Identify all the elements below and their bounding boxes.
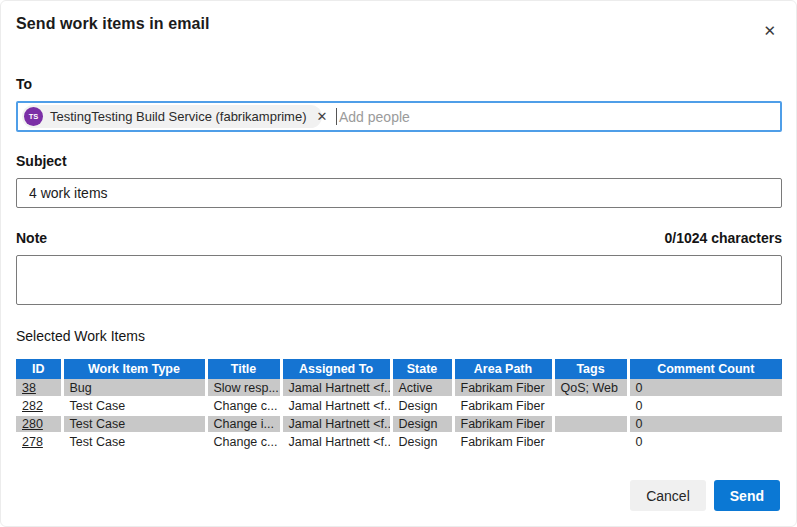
work-item-id-link[interactable]: 38	[22, 381, 36, 395]
cancel-button[interactable]: Cancel	[630, 480, 706, 511]
cell-work-item-type: Test Case	[62, 433, 206, 451]
cell-work-item-type: Test Case	[62, 397, 206, 415]
work-items-table: ID Work Item Type Title Assigned To Stat…	[16, 359, 782, 452]
subject-label: Subject	[16, 153, 780, 169]
cell-title: Change c...	[206, 397, 281, 415]
cell-tags	[553, 397, 628, 415]
add-people-placeholder: Add people	[339, 109, 410, 125]
cell-tags: QoS; Web	[553, 379, 628, 397]
cell-tags	[553, 415, 628, 433]
column-header-title: Title	[206, 359, 281, 379]
cell-comment-count: 0	[628, 379, 782, 397]
cell-area-path: Fabrikam Fiber	[453, 379, 553, 397]
column-header-tags: Tags	[553, 359, 628, 379]
column-header-work-item-type: Work Item Type	[62, 359, 206, 379]
recipient-chip[interactable]: TS TestingTesting Build Service (fabrika…	[22, 105, 322, 128]
table-row: 280 Test Case Change i... Jamal Hartnett…	[16, 415, 782, 433]
cell-comment-count: 0	[628, 433, 782, 451]
send-work-items-dialog: Send work items in email ✕ To TS Testing…	[0, 0, 797, 527]
note-textarea[interactable]	[16, 255, 782, 305]
cell-comment-count: 0	[628, 397, 782, 415]
remove-recipient-icon[interactable]: ✕	[316, 110, 327, 123]
cell-assigned-to: Jamal Hartnett <f...	[281, 397, 391, 415]
text-caret	[336, 108, 337, 125]
table-row: 282 Test Case Change c... Jamal Hartnett…	[16, 397, 782, 415]
work-item-id-link[interactable]: 282	[22, 399, 43, 413]
cell-assigned-to: Jamal Hartnett <f...	[281, 379, 391, 397]
column-header-assigned-to: Assigned To	[281, 359, 391, 379]
cell-area-path: Fabrikam Fiber	[453, 415, 553, 433]
dialog-header: Send work items in email ✕	[16, 15, 780, 42]
to-input[interactable]: TS TestingTesting Build Service (fabrika…	[16, 101, 782, 132]
cell-work-item-type: Bug	[62, 379, 206, 397]
avatar: TS	[24, 107, 43, 126]
column-header-area-path: Area Path	[453, 359, 553, 379]
cell-title: Slow resp...	[206, 379, 281, 397]
subject-input[interactable]	[16, 178, 782, 208]
cell-area-path: Fabrikam Fiber	[453, 433, 553, 451]
recipient-name: TestingTesting Build Service (fabrikampr…	[50, 109, 306, 124]
send-button[interactable]: Send	[714, 480, 780, 511]
column-header-state: State	[391, 359, 453, 379]
cell-state: Design	[391, 397, 453, 415]
column-header-id: ID	[16, 359, 62, 379]
table-row: 38 Bug Slow resp... Jamal Hartnett <f...…	[16, 379, 782, 397]
table-header-row: ID Work Item Type Title Assigned To Stat…	[16, 359, 782, 379]
work-item-id-link[interactable]: 280	[22, 417, 43, 431]
close-icon[interactable]: ✕	[759, 17, 780, 42]
cell-assigned-to: Jamal Hartnett <f...	[281, 433, 391, 451]
note-label: Note	[16, 230, 47, 246]
cell-comment-count: 0	[628, 415, 782, 433]
cell-title: Change c...	[206, 433, 281, 451]
note-header: Note 0/1024 characters	[16, 230, 782, 246]
character-counter: 0/1024 characters	[664, 230, 782, 246]
cell-area-path: Fabrikam Fiber	[453, 397, 553, 415]
selected-work-items-label: Selected Work Items	[16, 328, 780, 344]
cell-tags	[553, 433, 628, 451]
cell-state: Design	[391, 433, 453, 451]
dialog-footer: Cancel Send	[630, 480, 780, 511]
dialog-title: Send work items in email	[16, 15, 210, 33]
cell-title: Change i...	[206, 415, 281, 433]
work-item-id-link[interactable]: 278	[22, 435, 43, 449]
column-header-comment-count: Comment Count	[628, 359, 782, 379]
table-row: 278 Test Case Change c... Jamal Hartnett…	[16, 433, 782, 451]
cell-work-item-type: Test Case	[62, 415, 206, 433]
to-label: To	[16, 76, 780, 92]
cell-assigned-to: Jamal Hartnett <f...	[281, 415, 391, 433]
cell-state: Design	[391, 415, 453, 433]
cell-state: Active	[391, 379, 453, 397]
